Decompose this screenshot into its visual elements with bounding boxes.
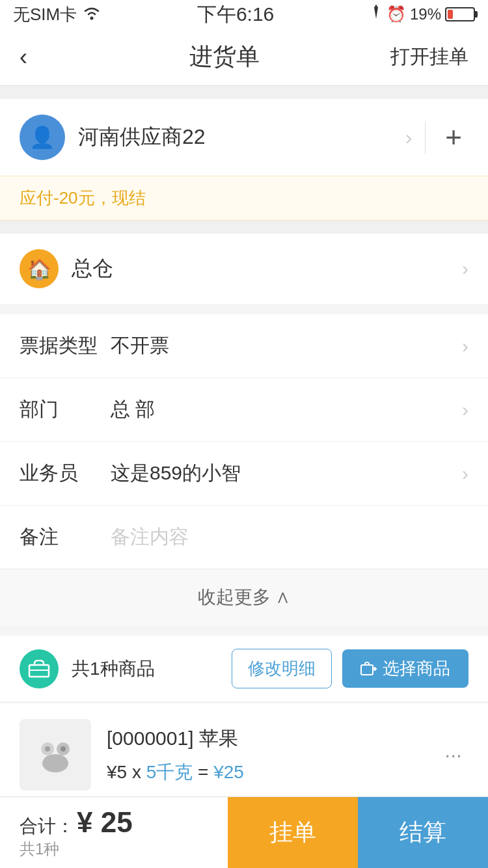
product-item: [0000001] 苹果 ¥5 x 5千克 = ¥25 ··· (0, 703, 488, 806)
product-price-row: ¥5 x 5千克 = ¥25 (107, 760, 438, 785)
product-more-button[interactable]: ··· (438, 743, 468, 767)
open-hang-button[interactable]: 打开挂单 (390, 44, 468, 70)
checkout-button[interactable]: 结算 (358, 797, 488, 869)
form-row-department[interactable]: 部门 总 部 › (0, 378, 488, 442)
product-code: [0000001] (107, 727, 193, 749)
hang-button[interactable]: 挂单 (228, 797, 358, 869)
svg-rect-4 (361, 665, 373, 675)
department-label: 部门 (20, 396, 104, 423)
edit-detail-button[interactable]: 修改明细 (232, 649, 332, 688)
select-product-button[interactable]: 选择商品 (342, 649, 468, 688)
warehouse-section: 🏠 总仓 › (0, 234, 488, 304)
invoice-chevron-icon: › (462, 335, 468, 357)
svg-point-11 (61, 746, 66, 752)
total-sub: 共1种 (20, 839, 208, 860)
warehouse-chevron-icon: › (462, 258, 468, 280)
time-label: 下午6:16 (197, 1, 274, 28)
status-bar: 无SIM卡 下午6:16 ⏰ 19% (0, 0, 488, 29)
warehouse-icon: 🏠 (20, 249, 59, 288)
svg-point-9 (42, 754, 68, 772)
nav-bar: ‹ 进货单 打开挂单 (0, 29, 488, 86)
back-button[interactable]: ‹ (20, 44, 59, 71)
product-unit-price: ¥5 (107, 762, 127, 782)
page-title: 进货单 (189, 41, 260, 73)
product-info: [0000001] 苹果 ¥5 x 5千克 = ¥25 (107, 726, 438, 785)
total-amount: ¥ 25 (77, 806, 133, 839)
product-name: [0000001] 苹果 (107, 726, 438, 752)
divider-top (0, 86, 488, 99)
add-supplier-button[interactable]: + (439, 121, 468, 154)
supplier-avatar-icon: 👤 (29, 125, 55, 150)
select-product-label: 选择商品 (383, 657, 450, 680)
products-icon (20, 649, 59, 688)
svg-marker-1 (374, 7, 378, 19)
salesperson-label: 业务员 (20, 460, 104, 487)
form-row-invoice[interactable]: 票据类型 不开票 › (0, 314, 488, 378)
total-label: 合计： (20, 814, 74, 839)
product-thumbnail (20, 719, 91, 791)
status-right: ⏰ 19% (370, 5, 475, 24)
collapse-label: 收起更多 ∧ (198, 585, 291, 610)
form-section: 票据类型 不开票 › 部门 总 部 › 业务员 这是859的小智 › 备注 备注… (0, 314, 488, 569)
page-content: 👤 河南供应商22 › + 应付-20元，现结 🏠 总仓 › 票据类型 不开票 … (0, 86, 488, 868)
product-title: 苹果 (199, 727, 238, 749)
salesperson-chevron-icon: › (462, 463, 468, 485)
department-chevron-icon: › (462, 399, 468, 421)
carrier-label: 无SIM卡 (13, 3, 77, 26)
remark-value: 备注内容 (111, 524, 468, 550)
supplier-name: 河南供应商22 (78, 123, 405, 152)
remark-label: 备注 (20, 524, 104, 550)
salesperson-value: 这是859的小智 (111, 460, 462, 487)
collapse-button[interactable]: 收起更多 ∧ (0, 569, 488, 625)
supplier-divider (425, 121, 426, 154)
svg-point-0 (90, 16, 94, 20)
department-value: 总 部 (111, 396, 462, 423)
battery-percent: 19% (410, 5, 441, 23)
form-row-salesperson[interactable]: 业务员 这是859的小智 › (0, 442, 488, 506)
info-banner: 应付-20元，现结 (0, 176, 488, 221)
battery-fill (448, 10, 453, 19)
product-equals: = (198, 762, 213, 782)
svg-point-10 (45, 746, 50, 752)
wifi-icon (82, 5, 102, 25)
alarm-icon: ⏰ (386, 5, 406, 23)
total-section: 合计： ¥ 25 共1种 (0, 806, 228, 860)
products-count: 共1种商品 (72, 657, 232, 681)
supplier-section: 👤 河南供应商22 › + 应付-20元，现结 (0, 99, 488, 221)
divider-mid1 (0, 221, 488, 234)
bottom-bar: 合计： ¥ 25 共1种 挂单 结算 (0, 796, 488, 868)
supplier-row: 👤 河南供应商22 › + (0, 99, 488, 176)
location-icon (370, 5, 383, 24)
product-total: ¥25 (213, 762, 244, 782)
invoice-label: 票据类型 (20, 332, 104, 359)
invoice-value: 不开票 (111, 332, 462, 359)
supplier-chevron-icon[interactable]: › (405, 126, 413, 150)
supplier-avatar: 👤 (20, 115, 65, 160)
status-left: 无SIM卡 (13, 3, 102, 26)
product-multiply: x (132, 762, 146, 782)
products-header: 共1种商品 修改明细 选择商品 (0, 636, 488, 702)
product-quantity: 5千克 (146, 762, 193, 782)
warehouse-row[interactable]: 🏠 总仓 › (0, 234, 488, 304)
warehouse-name: 总仓 (72, 254, 462, 283)
battery-icon (445, 7, 475, 21)
form-row-remark[interactable]: 备注 备注内容 (0, 506, 488, 569)
